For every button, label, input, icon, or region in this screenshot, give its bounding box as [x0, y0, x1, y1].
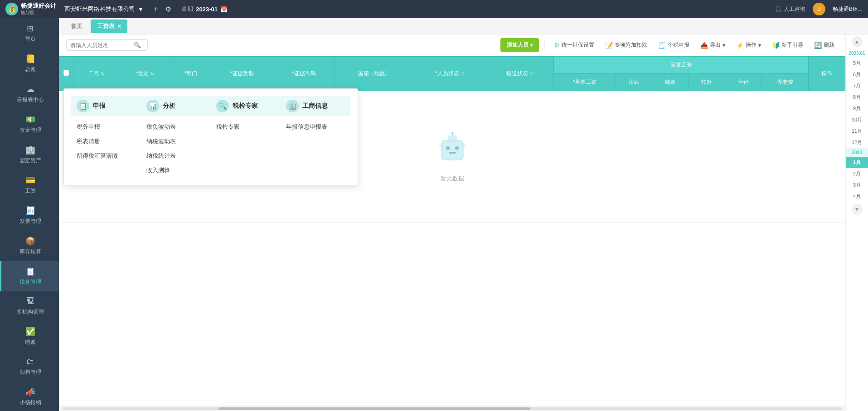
archive-icon: 🗂 — [26, 357, 34, 367]
sidebar-item-assets[interactable]: 🏢 固定资产 — [0, 140, 59, 170]
sort-number-icon[interactable]: ⇅ — [101, 71, 104, 76]
timeline-month-6[interactable]: 6月 — [846, 69, 868, 80]
svg-rect-4 — [449, 152, 456, 154]
timeline-up-btn[interactable]: ▲ — [852, 36, 863, 47]
settings-btn[interactable]: ⚙ — [164, 4, 172, 15]
filter-submit-icon[interactable]: ▽ — [530, 71, 533, 76]
popup-item-tax-list[interactable]: 税表清册 — [71, 134, 141, 149]
popup-item-tax-burden[interactable]: 税负波动表 — [141, 120, 211, 134]
period-value[interactable]: 2023-01 — [196, 6, 218, 13]
sort-name-icon[interactable]: ⇅ — [150, 71, 154, 76]
add-company-btn[interactable]: + — [153, 4, 159, 14]
sidebar-label-tax: 税务管理 — [19, 278, 41, 286]
popup-col-declare: 📋 申报 税务申报 税表清册 所得税汇算清缴 — [71, 96, 141, 178]
operate-btn[interactable]: ⚡ 操作 ▾ — [732, 39, 765, 51]
logo-icon: 💰 — [5, 3, 18, 15]
special-deduct-btn[interactable]: 📝 专项附加扣除 — [601, 39, 651, 51]
tab-home[interactable]: 首页 — [64, 19, 89, 33]
invoice-icon: 🧾 — [25, 206, 35, 216]
svg-rect-5 — [439, 145, 442, 146]
help-btn[interactable]: 🎧 人工咨询 — [775, 5, 805, 13]
th-id-no: *证据号码 — [273, 57, 335, 91]
sidebar-item-inventory[interactable]: 📦 库存核算 — [0, 231, 59, 261]
sidebar-item-marketing[interactable]: 📣 小畅报销 — [0, 382, 59, 411]
sidebar-item-cloud[interactable]: ☁ 云报表中心 — [0, 79, 59, 109]
sidebar-item-multi[interactable]: 🏗 多机构管理 — [0, 291, 59, 321]
search-input[interactable] — [70, 42, 134, 48]
add-person-button[interactable]: 添加人员 ▾ — [500, 38, 539, 52]
timeline-month-jan[interactable]: 1月 — [846, 157, 868, 168]
th-dept: *部门 — [170, 57, 211, 91]
timeline-down-btn[interactable]: ▼ — [852, 204, 863, 215]
sidebar-item-tax[interactable]: 📋 税务管理 — [0, 261, 59, 291]
popup-item-tax-declare[interactable]: 税务申报 — [71, 120, 141, 134]
sidebar-item-checkout[interactable]: ✅ 结账 — [0, 321, 59, 352]
popup-item-tax-stat[interactable]: 纳税统计表 — [141, 149, 211, 163]
search-icon[interactable]: 🔍 — [134, 42, 141, 48]
timeline-month-mar[interactable]: 3月 — [846, 179, 868, 191]
popup-item-tax-wave[interactable]: 纳税波动表 — [141, 134, 211, 149]
company-name: 西安虾米网络科技有限公司 — [64, 5, 135, 13]
export-icon: 📤 — [700, 42, 708, 49]
tab-salary-close[interactable]: × — [117, 23, 121, 30]
company-selector[interactable]: 西安虾米网络科技有限公司 ▼ — [64, 5, 144, 13]
timeline-month-10[interactable]: 10月 — [846, 114, 868, 126]
empty-illustration — [434, 131, 470, 167]
tabs-bar: 首页 工资表 × — [59, 18, 868, 34]
main-layout: ⊞ 首页 📒 总账 ☁ 云报表中心 💵 资金管理 🏢 固定资产 💳 工资 🧾 发… — [0, 18, 868, 411]
personal-tax-btn[interactable]: 🧾 个税申报 — [655, 39, 693, 51]
timeline-month-7[interactable]: 7月 — [846, 80, 868, 92]
popup-header-biz-info: 🏢 工商信息 — [281, 96, 350, 116]
timeline-year-header: 2023.01 — [849, 49, 865, 58]
popup-item-annual-report[interactable]: 年报信息申报表 — [281, 120, 350, 134]
sidebar-item-home[interactable]: ⊞ 首页 — [0, 18, 59, 48]
calendar-icon[interactable]: 📅 — [220, 6, 228, 13]
popup-col-biz-info: 🏢 工商信息 年报信息申报表 — [281, 96, 350, 178]
sidebar-item-archive[interactable]: 🗂 归档管理 — [0, 352, 59, 382]
scroll-track — [63, 407, 842, 410]
svg-rect-6 — [462, 145, 466, 146]
export-btn[interactable]: 📤 导出 ▾ — [697, 39, 729, 51]
declare-icon: 📋 — [77, 100, 89, 112]
tab-salary-table[interactable]: 工资表 × — [91, 19, 127, 33]
company-dropdown-icon: ▼ — [138, 6, 144, 13]
timeline-month-5[interactable]: 5月 — [846, 58, 868, 69]
marketing-icon: 📣 — [25, 387, 35, 397]
popup-item-tax-expert[interactable]: 税检专家 — [211, 120, 281, 134]
user-name[interactable]: 畅捷通B组... — [833, 5, 863, 13]
filter-status-icon[interactable]: ▽ — [461, 71, 465, 76]
sidebar-item-fund[interactable]: 💵 资金管理 — [0, 109, 59, 140]
timeline-month-9[interactable]: 9月 — [846, 103, 868, 114]
ledger-icon: 📒 — [25, 54, 35, 64]
biz-info-title: 工商信息 — [302, 102, 328, 110]
search-container: 🔍 — [66, 39, 148, 51]
export-label: 导出 — [710, 41, 721, 49]
popup-item-income-calc[interactable]: 收入测算 — [141, 163, 211, 178]
analysis-icon: 📊 — [146, 100, 159, 112]
refresh-btn[interactable]: 🔄 刷新 — [810, 39, 838, 51]
timeline-month-12[interactable]: 12月 — [846, 137, 868, 148]
social-security-label: 统一社保设置 — [562, 41, 594, 49]
horizontal-scrollbar[interactable] — [59, 406, 845, 411]
period-area: 账期 2023-01 📅 — [181, 5, 228, 13]
guide-btn[interactable]: 🔰 新手引导 — [768, 39, 807, 51]
sidebar-item-invoice[interactable]: 🧾 发票管理 — [0, 200, 59, 231]
timeline-month-11[interactable]: 11月 — [846, 126, 868, 137]
sidebar-label-checkout: 结账 — [25, 338, 36, 346]
sidebar-label-marketing: 小畅报销 — [19, 399, 41, 406]
tax-menu-popup: 📋 申报 税务申报 税表清册 所得税汇算清缴 📊 分析 税负波动表 纳税波动表 … — [63, 88, 358, 185]
select-all-checkbox[interactable] — [63, 70, 69, 76]
timeline-month-feb[interactable]: 2月 — [846, 168, 868, 179]
sidebar-item-salary[interactable]: 💳 工资 — [0, 170, 59, 200]
timeline-month-8[interactable]: 8月 — [846, 92, 868, 103]
social-security-btn[interactable]: ⚙ 统一社保设置 — [550, 39, 598, 51]
timeline-year-2023: 2023 — [846, 148, 868, 157]
timeline-month-apr[interactable]: 4月 — [846, 191, 868, 202]
popup-header-tax-expert: 🔍 税检专家 — [211, 96, 281, 116]
sidebar-label-assets: 固定资产 — [19, 157, 41, 164]
tax-expert-title: 税检专家 — [233, 102, 258, 110]
scroll-thumb[interactable] — [218, 407, 530, 410]
popup-item-income-tax[interactable]: 所得税汇算清缴 — [71, 149, 141, 163]
sidebar-item-ledger[interactable]: 📒 总账 — [0, 48, 59, 79]
svg-rect-1 — [443, 142, 461, 158]
